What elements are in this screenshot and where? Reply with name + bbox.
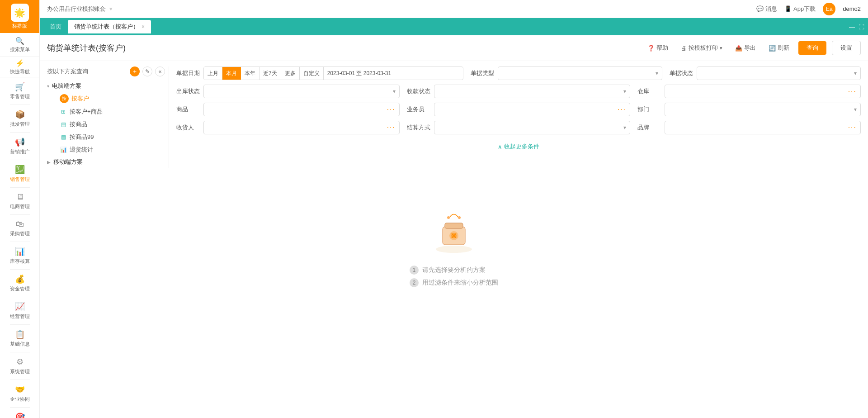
message-icon: 💬 <box>756 5 764 12</box>
payment-status-field: 收款状态 ▾ <box>407 85 630 98</box>
scheme-collapse-button[interactable]: « <box>155 66 165 76</box>
salesperson-input[interactable]: ··· <box>434 103 630 116</box>
payment-status-chevron-icon: ▾ <box>623 88 626 95</box>
main-area: 办公用品行业模拟账套 ▾ 💬 消息 📱 App下载 Ea demo2 首页 销货… <box>40 0 868 418</box>
warehouse-field: 仓库 ··· <box>637 85 861 98</box>
query-button[interactable]: 查询 <box>798 41 826 55</box>
tab-maximize-icon[interactable]: ⛶ <box>859 24 864 30</box>
mobile-group-header[interactable]: ▶ 移动端方案 <box>47 156 165 168</box>
settlement-select[interactable]: ▾ <box>434 121 630 134</box>
message-label: 消息 <box>765 5 777 13</box>
order-status-label: 单据状态 <box>670 69 697 77</box>
salesperson-field: 业务员 ··· <box>407 103 630 116</box>
page-content: 销货单统计表(按客户) ❓ 帮助 🖨 按模板打印 ▾ 📤 导出 <box>40 35 868 418</box>
print-button[interactable]: 🖨 按模板打印 ▾ <box>677 42 726 54</box>
sidebar-item-operation[interactable]: 📈 经营管理 <box>10 297 30 325</box>
tab-active[interactable]: 销货单统计表（按客户） × <box>68 20 151 33</box>
avatar[interactable]: Ea <box>823 3 835 15</box>
order-status-select[interactable]: ▾ <box>697 66 861 80</box>
sidebar-item-purchase[interactable]: 🛍 采购管理 <box>10 215 30 242</box>
tab-minimize-icon[interactable]: — <box>849 24 855 30</box>
date-btn-last-month[interactable]: 上月 <box>204 66 222 80</box>
refresh-button[interactable]: 🔄 刷新 <box>765 42 793 54</box>
scheme-item-customer[interactable]: 按 按客户 <box>51 92 165 105</box>
order-type-field: 单据类型 ▾ <box>471 66 662 80</box>
sidebar-items: 🛒 零售管理 📦 批发管理 📢 营销推广 💹 销售管理 🖥 电商管理 🛍 采购管… <box>10 77 30 418</box>
product-field: 商品 ··· <box>176 103 400 116</box>
brand-input[interactable]: ··· <box>665 121 861 134</box>
delivery-status-select[interactable]: ▾ <box>203 85 400 98</box>
logo-text: 标搭版 <box>12 23 27 29</box>
settings-button[interactable]: 设置 <box>832 41 861 55</box>
scheme-add-button[interactable]: + <box>130 66 140 76</box>
department-select[interactable]: ▾ <box>665 103 861 116</box>
group-arrow-icon: ▾ <box>47 84 49 89</box>
sidebar-item-inventory[interactable]: 📊 库存核算 <box>10 242 30 270</box>
receiver-input[interactable]: ··· <box>203 121 400 134</box>
order-type-select[interactable]: ▾ <box>498 66 662 80</box>
message-button[interactable]: 💬 消息 <box>756 5 777 13</box>
date-btn-this-month[interactable]: 本月 <box>222 66 241 80</box>
date-range: 2023-03-01 至 2023-03-31 <box>324 66 395 80</box>
sidebar-item-wholesale[interactable]: 📦 批发管理 <box>10 105 30 133</box>
tip-num-1: 1 <box>410 266 419 275</box>
tab-home[interactable]: 首页 <box>43 20 68 33</box>
sidebar-item-system[interactable]: ⚙ 系统管理 <box>10 352 30 380</box>
svg-point-7 <box>447 216 450 219</box>
quick-nav-icon: ⚡ <box>15 59 24 67</box>
sidebar-item-marketing[interactable]: 📢 营销推广 <box>10 133 30 160</box>
breadcrumb-text: 办公用品行业模拟账套 <box>47 5 106 13</box>
tip-text-1: 请先选择要分析的方案 <box>422 266 486 274</box>
tab-close-icon[interactable]: × <box>142 24 145 30</box>
breadcrumb-dropdown-icon[interactable]: ▾ <box>109 5 113 12</box>
quick-nav-button[interactable]: ⚡ 快捷导航 <box>0 57 39 77</box>
header-right: 💬 消息 📱 App下载 Ea demo2 <box>756 3 861 15</box>
product-input[interactable]: ··· <box>203 103 400 116</box>
order-type-chevron-icon: ▾ <box>656 70 658 76</box>
scheme-item-product[interactable]: ▤ 按商品 <box>51 118 165 131</box>
department-label: 部门 <box>637 105 665 114</box>
sidebar-item-label-operation: 经营管理 <box>10 313 30 320</box>
app-label: App下载 <box>793 5 816 13</box>
desktop-group-header[interactable]: ▾ 电脑端方案 <box>47 80 165 92</box>
filter-row-2: 出库状态 ▾ 收款状态 ▾ <box>176 85 861 98</box>
operation-icon: 📈 <box>15 302 25 312</box>
print-dropdown-icon: ▾ <box>720 45 722 51</box>
warehouse-input[interactable]: ··· <box>665 85 861 98</box>
sidebar-item-sales[interactable]: 💹 销售管理 <box>10 160 30 188</box>
scheme-item-product99[interactable]: ▤ 按商品99 <box>51 131 165 143</box>
sidebar-item-ecommerce[interactable]: 🖥 电商管理 <box>10 188 30 215</box>
sidebar-item-finance[interactable]: 💰 资金管理 <box>10 270 30 297</box>
department-field: 部门 ▾ <box>637 103 861 116</box>
sidebar-item-label-purchase: 采购管理 <box>10 230 30 237</box>
app-download-button[interactable]: 📱 App下载 <box>784 5 816 13</box>
warehouse-label: 仓库 <box>637 87 665 95</box>
delivery-status-label: 出库状态 <box>176 87 203 95</box>
date-btn-7days[interactable]: 近7天 <box>259 66 281 80</box>
scheme-item-return[interactable]: 📊 退货统计 <box>51 143 165 156</box>
logo[interactable]: 🌟 标搭版 <box>0 0 39 33</box>
date-btn-more[interactable]: 更多 <box>281 66 300 80</box>
system-icon: ⚙ <box>16 357 24 367</box>
payment-status-select[interactable]: ▾ <box>434 85 630 98</box>
table-icon: ▤ <box>60 121 67 128</box>
scheme-edit-button[interactable]: ✎ <box>142 66 152 76</box>
filter-row-4: 收货人 ··· 结算方式 ▾ <box>176 121 861 134</box>
empty-tips: 1 请先选择要分析的方案 2 用过滤条件来缩小分析范围 <box>410 266 498 287</box>
collapse-label: 收起更多条件 <box>504 142 539 151</box>
date-btn-this-year[interactable]: 本年 <box>241 66 259 80</box>
sidebar-item-newbie[interactable]: 🎯 新手引导 <box>10 408 30 418</box>
scheme-item-customer-product[interactable]: ⊞ 按客户+商品 <box>51 105 165 118</box>
export-button[interactable]: 📤 导出 <box>731 42 760 54</box>
sidebar-item-enterprise[interactable]: 🤝 企业协同 <box>10 380 30 408</box>
date-btn-custom[interactable]: 自定义 <box>300 66 324 80</box>
scheme-item-return-label: 退货统计 <box>70 146 93 154</box>
help-button[interactable]: ❓ 帮助 <box>644 42 672 54</box>
collapse-conditions-button[interactable]: ∧ 收起更多条件 <box>176 139 861 154</box>
filter-row-1: 单据日期 上月 本月 本年 近7天 更多 自定义 2023-03-01 至 20… <box>176 66 861 80</box>
sidebar-item-retail[interactable]: 🛒 零售管理 <box>10 77 30 105</box>
print-icon: 🖨 <box>681 45 687 52</box>
search-menu-button[interactable]: 🔍 搜索菜单 <box>0 33 39 57</box>
sidebar-item-basic[interactable]: 📋 基础信息 <box>10 325 30 352</box>
product-label: 商品 <box>176 105 203 114</box>
